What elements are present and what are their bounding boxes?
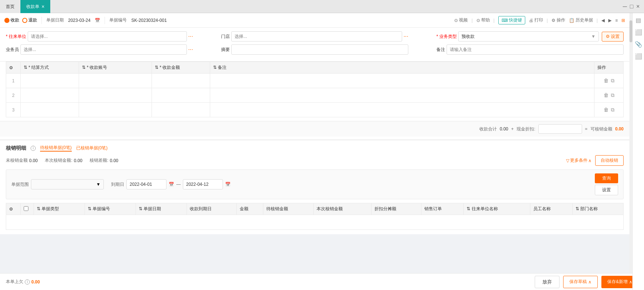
tab-home[interactable]: 首页 xyxy=(0,0,20,13)
scrollbar-thumb[interactable] xyxy=(629,20,632,42)
biz-type-select[interactable]: 预收款 ▼ xyxy=(458,31,599,42)
counterpart-field: * 往来单位 ··· xyxy=(6,31,193,42)
summary-label: 摘要 xyxy=(221,47,230,53)
sort-counterpart-icon[interactable]: ⇅ xyxy=(467,206,470,211)
radio-refund[interactable]: 退款 xyxy=(22,17,37,23)
shortcut-icon: ⌨ xyxy=(502,18,508,23)
divider-2 xyxy=(105,17,105,24)
store-more-icon[interactable]: ··· xyxy=(404,34,408,39)
summary-field: 摘要 xyxy=(221,44,408,55)
save-draft-button[interactable]: 保存草稿 ∧ xyxy=(563,276,598,288)
diff-label: 核销差额: xyxy=(90,157,108,164)
row-1-delete-icon[interactable]: 🗑 xyxy=(604,78,609,84)
table-row: 1 🗑 ⧉ xyxy=(6,74,624,88)
date-to-input[interactable] xyxy=(183,179,223,189)
date-from-cal-icon[interactable]: 📅 xyxy=(169,182,174,187)
more-conditions-label: 更多条件 xyxy=(570,157,588,164)
range-select[interactable]: ▼ xyxy=(31,179,104,189)
sort-doc-type-icon[interactable]: ⇅ xyxy=(37,206,40,211)
row-2-amount[interactable] xyxy=(152,88,210,103)
sort-account-icon[interactable]: ⇅ xyxy=(82,65,86,70)
print-button[interactable]: 🖨 打印 xyxy=(529,17,543,23)
ops-button[interactable]: ⚙ 操作 xyxy=(551,17,565,23)
staff-input[interactable] xyxy=(20,44,187,55)
row-2-copy-icon[interactable]: ⧉ xyxy=(611,92,614,98)
date-range: 📅 — 📅 xyxy=(126,179,231,189)
tab-active[interactable]: 收款单 × xyxy=(20,0,50,13)
summary-input[interactable] xyxy=(231,44,408,55)
remark-input[interactable] xyxy=(447,44,624,55)
abandon-button[interactable]: 放弃 xyxy=(535,276,559,288)
sort-dept-icon[interactable]: ⇅ xyxy=(576,206,579,211)
expand-button[interactable]: □ xyxy=(630,3,633,10)
select-all-checkbox[interactable] xyxy=(24,206,28,211)
date-to-cal-icon[interactable]: 📅 xyxy=(225,182,231,187)
radio-receive[interactable]: 收款 xyxy=(4,17,19,23)
sort-doc-date-icon[interactable]: ⇅ xyxy=(139,206,142,211)
sidebar-table-icon[interactable]: ▤ xyxy=(636,17,641,24)
discount-input[interactable] xyxy=(538,124,582,134)
shortcut-button[interactable]: ⌨ 快捷键 xyxy=(498,16,525,24)
sidebar-camera-icon[interactable]: ⬜ xyxy=(635,53,642,60)
tab-close-icon[interactable]: × xyxy=(42,0,44,13)
row-3-remark[interactable] xyxy=(210,103,594,117)
bottom-th-gear[interactable]: ⚙ xyxy=(6,203,21,215)
row-3-settlement[interactable] xyxy=(21,103,79,117)
staff-more-icon[interactable]: ··· xyxy=(188,47,193,52)
row-1-remark[interactable] xyxy=(210,74,594,88)
settings-button[interactable]: ⚙ 设置 xyxy=(602,32,624,42)
current-value: 0.00 xyxy=(74,158,82,163)
sort-doc-no-icon[interactable]: ⇅ xyxy=(88,206,91,211)
video-button[interactable]: ⊙ 视频 xyxy=(454,17,468,23)
pending-tab[interactable]: 待核销单据(0笔) xyxy=(40,145,72,152)
next-icon[interactable]: ▶ xyxy=(608,18,612,23)
row-3-delete-icon[interactable]: 🗑 xyxy=(604,107,609,113)
carry-info-icon[interactable]: i xyxy=(25,279,30,285)
date-from-input[interactable] xyxy=(126,179,166,189)
net-label: 可核销金额 xyxy=(590,126,612,132)
store-input[interactable] xyxy=(231,31,402,42)
row-2-account[interactable] xyxy=(79,88,152,103)
verify-info-icon[interactable]: i xyxy=(31,146,36,151)
prev-icon[interactable]: ◀ xyxy=(601,18,605,23)
filter-icon: ▽ xyxy=(566,158,569,163)
row-3-copy-icon[interactable]: ⧉ xyxy=(611,107,614,113)
close-button[interactable]: × xyxy=(636,3,640,10)
row-1-amount[interactable] xyxy=(152,74,210,88)
done-tab[interactable]: 已核销单据(0笔) xyxy=(76,145,108,151)
sort-settlement-icon[interactable]: ⇅ xyxy=(24,65,27,70)
row-3-account[interactable] xyxy=(79,103,152,117)
sort-remark-icon[interactable]: ⇅ xyxy=(213,65,217,70)
row-1-settlement[interactable] xyxy=(21,74,79,88)
auto-verify-button[interactable]: 自动核销 xyxy=(595,155,624,166)
th-gear[interactable]: ⚙ xyxy=(6,62,21,74)
row-1-copy-icon[interactable]: ⧉ xyxy=(611,78,614,84)
grid-icon[interactable]: ⊞ xyxy=(621,18,625,23)
bottom-table: ⚙ ⇅ 单据类型 ⇅ 单据编号 ⇅ 单据日期 收款到期日 金 xyxy=(6,203,624,230)
sidebar-upload-icon[interactable]: ⬜ xyxy=(635,29,642,36)
help-button[interactable]: ⊙ 帮助 xyxy=(476,17,490,23)
row-2-settlement[interactable] xyxy=(21,88,79,103)
row-2-remark[interactable] xyxy=(210,88,594,103)
query-button[interactable]: 查询 xyxy=(595,173,618,183)
date-cal-icon[interactable]: 📅 xyxy=(95,18,100,23)
row-1-account[interactable] xyxy=(79,74,152,88)
layout-icon[interactable]: ≡ xyxy=(615,18,618,23)
counterpart-more-icon[interactable]: ··· xyxy=(188,34,193,39)
range-label: 单据范围 xyxy=(11,181,29,188)
counterpart-input[interactable] xyxy=(28,31,187,42)
history-button[interactable]: 📋 历史单据 xyxy=(569,17,593,23)
sort-amount-icon[interactable]: ⇅ xyxy=(155,65,158,70)
shortcut-label: 快捷键 xyxy=(509,17,522,23)
row-2-delete-icon[interactable]: 🗑 xyxy=(604,92,609,98)
sidebar-attach-icon[interactable]: 📎 xyxy=(635,41,642,48)
no-label: 单据编号 xyxy=(109,17,127,23)
row-3-amount[interactable] xyxy=(152,103,210,117)
toolbar-right: ⊙ 视频 | ⊙ 帮助 | ⌨ 快捷键 🖨 打印 | ⚙ 操作 xyxy=(454,16,625,24)
filter-set-button[interactable]: 设置 xyxy=(595,185,618,195)
minimize-button[interactable]: ─ xyxy=(623,3,627,10)
more-conditions-button[interactable]: ▽ 更多条件 ∧ xyxy=(566,157,592,164)
diff-value: 0.00 xyxy=(110,158,118,163)
tab-active-label: 收款单 xyxy=(26,0,39,13)
form-row-2: 业务员 ··· 摘要 备注 xyxy=(6,44,624,55)
